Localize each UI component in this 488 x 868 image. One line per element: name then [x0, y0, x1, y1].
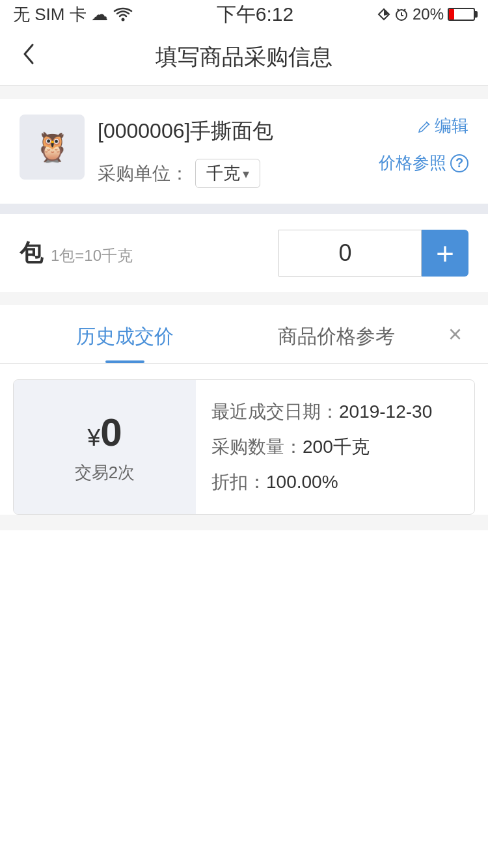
- transaction-count: 交易2次: [75, 461, 135, 484]
- unit-select[interactable]: 千克 ▾: [195, 159, 260, 188]
- close-icon: ×: [448, 321, 462, 347]
- chevron-down-icon: ▾: [243, 166, 249, 182]
- help-icon: ?: [450, 154, 468, 172]
- price-ref-button[interactable]: 价格参照 ?: [379, 152, 468, 174]
- tab-close-button[interactable]: ×: [442, 314, 468, 355]
- purchase-quantity-row: 采购数量：200千克: [211, 435, 459, 459]
- wifi-icon: [113, 7, 133, 21]
- edit-button[interactable]: 编辑: [418, 115, 468, 137]
- transaction-card: ¥0 交易2次 最近成交日期：2019-12-30 采购数量：200千克 折扣：…: [13, 379, 475, 515]
- purchase-quantity-label: 采购数量：: [211, 437, 303, 457]
- plus-icon: +: [436, 236, 454, 271]
- quantity-input[interactable]: [278, 230, 422, 277]
- product-info: 🦉 [0000006]手撕面包 采购单位： 千克 ▾: [20, 115, 379, 188]
- status-left: 无 SIM 卡 ☁: [13, 3, 133, 26]
- svg-point-0: [121, 18, 124, 21]
- recent-date-label: 最近成交日期：: [211, 401, 339, 422]
- page-title: 填写商品采购信息: [156, 42, 332, 72]
- purchase-quantity-value: 200千克: [303, 437, 370, 457]
- product-card: 🦉 [0000006]手撕面包 采购单位： 千克 ▾ 编辑: [0, 99, 488, 204]
- status-time: 下午6:12: [217, 1, 293, 28]
- product-image: 🦉: [20, 115, 85, 180]
- alarm-icon: [394, 7, 409, 21]
- quantity-conversion: 1包=10千克: [51, 245, 133, 266]
- product-thumbnail: 🦉: [34, 130, 70, 164]
- page-header: 填写商品采购信息: [0, 29, 488, 86]
- status-right: 20%: [377, 5, 475, 23]
- edit-label: 编辑: [435, 115, 468, 137]
- unit-value: 千克: [206, 162, 240, 185]
- tab-price-ref[interactable]: 商品价格参考: [230, 305, 441, 363]
- battery-percent: 20%: [413, 5, 444, 23]
- price-value: 0: [100, 411, 122, 454]
- discount-row: 折扣：100.00%: [211, 470, 459, 495]
- tab-header: 历史成交价 商品价格参考 ×: [0, 305, 488, 364]
- tab-section: 历史成交价 商品价格参考 × ¥0 交易2次 最近成交日期：2019-12-30…: [0, 305, 488, 515]
- tab-history-label: 历史成交价: [76, 325, 174, 347]
- quantity-label-group: 包 1包=10千克: [20, 237, 133, 269]
- transaction-price: ¥0: [87, 410, 122, 455]
- tab-history-price[interactable]: 历史成交价: [20, 305, 230, 363]
- quantity-unit: 包: [20, 237, 43, 269]
- transaction-detail-column: 最近成交日期：2019-12-30 采购数量：200千克 折扣：100.00%: [196, 380, 474, 514]
- recent-date-value: 2019-12-30: [339, 401, 432, 422]
- unit-label: 采购单位：: [98, 161, 189, 186]
- currency-symbol: ¥: [87, 424, 100, 451]
- section-divider: [0, 204, 488, 214]
- recent-date-row: 最近成交日期：2019-12-30: [211, 400, 459, 424]
- product-unit-row: 采购单位： 千克 ▾: [98, 159, 379, 188]
- price-ref-label: 价格参照: [379, 152, 446, 174]
- product-details: [0000006]手撕面包 采购单位： 千克 ▾: [98, 115, 379, 188]
- discount-label: 折扣：: [211, 472, 266, 492]
- quantity-row: 包 1包=10千克 +: [0, 214, 488, 292]
- location-icon: [377, 8, 390, 21]
- tab-price-ref-label: 商品价格参考: [278, 325, 395, 347]
- product-name: [0000006]手撕面包: [98, 117, 379, 146]
- quantity-plus-button[interactable]: +: [422, 230, 468, 277]
- transaction-price-column: ¥0 交易2次: [14, 380, 196, 514]
- edit-icon: [418, 119, 432, 133]
- quantity-input-group: +: [278, 230, 468, 277]
- status-bar: 无 SIM 卡 ☁ 下午6:12 20%: [0, 0, 488, 29]
- discount-value: 100.00%: [266, 472, 338, 492]
- back-button[interactable]: [13, 33, 44, 81]
- empty-content-area: [0, 530, 488, 868]
- sim-label: 无 SIM 卡 ☁: [13, 3, 108, 26]
- battery-icon: [448, 8, 475, 21]
